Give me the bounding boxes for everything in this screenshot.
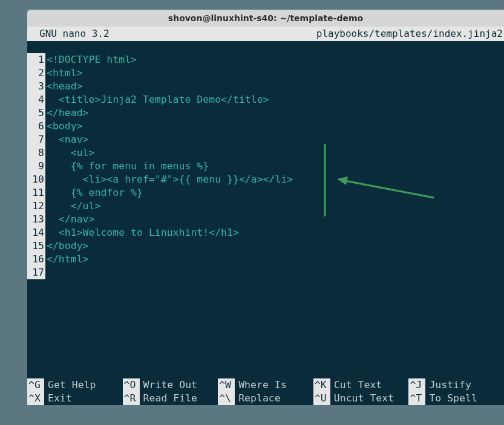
- code-line[interactable]: 16</html>: [27, 253, 504, 266]
- line-number: 12: [27, 200, 45, 213]
- line-text[interactable]: </head>: [45, 106, 89, 120]
- code-line[interactable]: 2<html>: [27, 67, 504, 80]
- shortcut-key: ^T: [408, 392, 425, 405]
- shortcut-key: ^W: [218, 378, 235, 392]
- line-text[interactable]: </nav>: [45, 213, 94, 226]
- line-number: 16: [27, 253, 45, 266]
- shortcut-key: ^J: [408, 378, 425, 392]
- editor-area[interactable]: 1<!DOCTYPE html>2<html>3<head>4 <title>J…: [27, 41, 504, 279]
- shortcut-item[interactable]: ^\Replace: [218, 392, 313, 405]
- shortcut-key: ^\: [218, 392, 235, 405]
- line-number: 1: [27, 53, 45, 67]
- line-text[interactable]: <head>: [45, 80, 83, 93]
- shortcut-label: Read File: [140, 392, 197, 405]
- shortcut-item[interactable]: ^WWhere Is: [218, 378, 313, 392]
- shortcut-key: ^X: [27, 392, 44, 405]
- nano-shortcut-bar: ^GGet Help^OWrite Out^WWhere Is^KCut Tex…: [27, 378, 504, 405]
- shortcut-item[interactable]: ^UUncut Text: [313, 392, 409, 405]
- shortcut-item[interactable]: ^TTo Spell: [408, 392, 504, 405]
- line-text[interactable]: [45, 266, 47, 279]
- line-text[interactable]: <title>Jinja2 Template Demo</title>: [45, 93, 269, 106]
- shortcut-row-1: ^GGet Help^OWrite Out^WWhere Is^KCut Tex…: [27, 378, 504, 392]
- shortcut-label: Justify: [425, 378, 471, 392]
- line-number: 13: [27, 213, 45, 226]
- terminal-body[interactable]: GNU nano 3.2 playbooks/templates/index.j…: [27, 27, 504, 405]
- line-number: 14: [27, 226, 45, 239]
- line-number: 9: [27, 160, 45, 173]
- shortcut-key: ^K: [313, 378, 330, 392]
- line-number: 8: [27, 146, 45, 160]
- line-text[interactable]: </ul>: [45, 200, 100, 213]
- terminal-window: shovon@linuxhint-s40: ~/template-demo GN…: [27, 10, 504, 405]
- code-line[interactable]: 17: [27, 266, 504, 279]
- line-number: 7: [27, 133, 45, 146]
- line-number: 3: [27, 80, 45, 93]
- code-line[interactable]: 5</head>: [27, 106, 504, 120]
- shortcut-label: Write Out: [140, 378, 197, 392]
- shortcut-label: Where Is: [235, 378, 286, 392]
- code-line[interactable]: 8 <ul>: [27, 146, 504, 160]
- code-line[interactable]: 6<body>: [27, 120, 504, 133]
- nano-version: GNU nano 3.2: [27, 27, 111, 41]
- code-line[interactable]: 3<head>: [27, 80, 504, 93]
- line-number: 15: [27, 239, 45, 253]
- line-text[interactable]: <h1>Welcome to Linuxhint!</h1>: [45, 226, 239, 239]
- line-text[interactable]: {% for menu in menus %}: [45, 160, 209, 173]
- line-number: 2: [27, 67, 45, 80]
- shortcut-item[interactable]: ^KCut Text: [313, 378, 409, 392]
- shortcut-key: ^U: [313, 392, 330, 405]
- window-title-text: shovon@linuxhint-s40: ~/template-demo: [168, 13, 363, 23]
- line-text[interactable]: <html>: [45, 67, 83, 80]
- shortcut-row-2: ^XExit^RRead File^\Replace^UUncut Text^T…: [27, 392, 504, 405]
- code-line[interactable]: 12 </ul>: [27, 200, 504, 213]
- line-text[interactable]: <!DOCTYPE html>: [45, 53, 137, 67]
- shortcut-label: Uncut Text: [330, 392, 394, 405]
- line-text[interactable]: </body>: [45, 239, 89, 253]
- shortcut-key: ^R: [123, 392, 140, 405]
- line-number: 5: [27, 106, 45, 120]
- code-line[interactable]: 1<!DOCTYPE html>: [27, 53, 504, 67]
- shortcut-label: To Spell: [425, 392, 477, 405]
- line-number: 17: [27, 266, 45, 279]
- line-text[interactable]: <body>: [45, 120, 83, 133]
- shortcut-item[interactable]: ^GGet Help: [27, 378, 123, 392]
- shortcut-label: Exit: [44, 392, 72, 405]
- line-text[interactable]: </html>: [45, 253, 89, 266]
- code-line[interactable]: 13 </nav>: [27, 213, 504, 226]
- nano-header: GNU nano 3.2 playbooks/templates/index.j…: [27, 27, 504, 41]
- shortcut-item[interactable]: ^JJustify: [408, 378, 504, 392]
- code-line[interactable]: 7 <nav>: [27, 133, 504, 146]
- line-number: 10: [27, 173, 45, 186]
- code-line[interactable]: 14 <h1>Welcome to Linuxhint!</h1>: [27, 226, 504, 239]
- line-text[interactable]: {% endfor %}: [45, 186, 143, 200]
- shortcut-label: Replace: [235, 392, 281, 405]
- window-titlebar: shovon@linuxhint-s40: ~/template-demo: [27, 10, 504, 27]
- shortcut-item[interactable]: ^OWrite Out: [123, 378, 218, 392]
- code-line[interactable]: 10 <li><a href="#">{{ menu }}</a></li>: [27, 173, 504, 186]
- shortcut-key: ^O: [123, 378, 140, 392]
- shortcut-key: ^G: [27, 378, 44, 392]
- code-line[interactable]: 11 {% endfor %}: [27, 186, 504, 200]
- code-line[interactable]: 9 {% for menu in menus %}: [27, 160, 504, 173]
- line-text[interactable]: <nav>: [45, 133, 89, 146]
- line-number: 4: [27, 93, 45, 106]
- line-text[interactable]: <ul>: [45, 146, 94, 160]
- shortcut-item[interactable]: ^RRead File: [123, 392, 218, 405]
- line-number: 6: [27, 120, 45, 133]
- nano-filepath: playbooks/templates/index.jinja2: [316, 27, 504, 41]
- line-text[interactable]: <li><a href="#">{{ menu }}</a></li>: [45, 173, 293, 186]
- code-line[interactable]: 4 <title>Jinja2 Template Demo</title>: [27, 93, 504, 106]
- shortcut-label: Cut Text: [330, 378, 382, 392]
- code-line[interactable]: 15</body>: [27, 239, 504, 253]
- shortcut-label: Get Help: [44, 378, 96, 392]
- line-number: 11: [27, 186, 45, 200]
- shortcut-item[interactable]: ^XExit: [27, 392, 123, 405]
